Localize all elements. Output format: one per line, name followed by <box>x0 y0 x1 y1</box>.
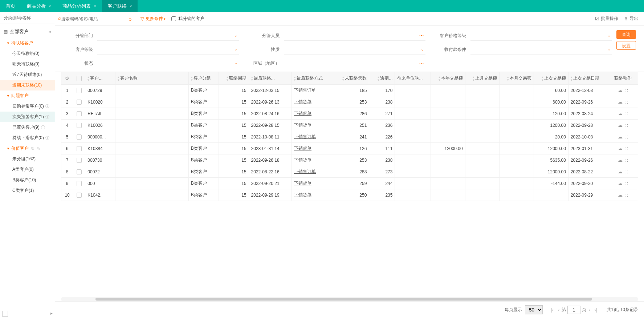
row-checkbox[interactable] <box>77 88 82 93</box>
close-icon[interactable]: × <box>94 4 96 8</box>
row-checkbox[interactable] <box>77 146 82 151</box>
last-method-link[interactable]: 下销货单 <box>294 146 311 151</box>
caret-right-icon[interactable]: ▸ <box>50 311 53 317</box>
filter-nature[interactable]: 性质 ⌄ <box>248 44 425 55</box>
page-input[interactable] <box>567 306 580 314</box>
sidebar-item-b[interactable]: B类客户(10) <box>0 175 55 185</box>
table-row[interactable]: 2K10020B类客户152022-09-26 13:下销货单253238600… <box>61 96 638 108</box>
table-row[interactable]: 9000B类客户152022-09-20 21:下销货单259244-144.0… <box>61 178 638 189</box>
filter-payment[interactable]: 收付款条件 ⌄ <box>434 44 612 55</box>
tab-product-analysis[interactable]: 商品分析× <box>21 0 57 12</box>
last-method-link[interactable]: 下销货单 <box>294 111 311 116</box>
row-checkbox[interactable] <box>77 158 82 163</box>
row-checkbox[interactable] <box>77 169 82 174</box>
qrcode-icon[interactable]: ⸬ <box>625 181 628 186</box>
wechat-icon[interactable]: ☁ <box>618 169 623 174</box>
qrcode-icon[interactable]: ⸬ <box>625 99 628 105</box>
table-row[interactable]: 5000000...B类客户152022-10-08 11:下销售订单24122… <box>61 131 638 143</box>
close-icon[interactable]: × <box>49 4 51 8</box>
sidebar-item-next7[interactable]: 近7天待联络(0) <box>0 69 55 80</box>
wechat-icon[interactable]: ☁ <box>618 99 623 105</box>
sidebar-search-input[interactable] <box>4 15 58 20</box>
qrcode-icon[interactable]: ⸬ <box>625 88 628 93</box>
wechat-icon[interactable]: ☁ <box>618 146 623 151</box>
last-method-link[interactable]: 下销货单 <box>294 122 311 128</box>
qrcode-icon[interactable]: ⸬ <box>625 192 628 198</box>
batch-operation-button[interactable]: ☑ 批量操作 <box>595 16 618 22</box>
more-conditions-button[interactable]: ▽ 更多条件 ▾ <box>140 16 166 22</box>
scrollbar-thumb[interactable] <box>95 298 592 301</box>
wechat-icon[interactable]: ☁ <box>618 181 623 186</box>
help-icon[interactable]: ⓘ <box>41 125 45 130</box>
filter-region[interactable]: 区域（地区） ··· <box>248 58 425 69</box>
close-icon[interactable]: × <box>130 4 132 8</box>
wechat-icon[interactable]: ☁ <box>618 134 623 140</box>
my-customers-checkbox[interactable]: 我分管的客户 <box>171 16 204 22</box>
tree-root-all[interactable]: ▦ 全部客户 « <box>0 25 55 38</box>
filter-status[interactable]: 状态 ⌄ <box>61 58 239 69</box>
tree-group-problem[interactable]: ▼ 问题客户 <box>0 90 55 101</box>
tree-group-pending[interactable]: ▼ 待联络客户 <box>0 38 55 48</box>
last-method-link[interactable]: 下销售订单 <box>294 134 316 139</box>
tab-customer-contact[interactable]: 客户联络× <box>102 0 138 12</box>
wechat-icon[interactable]: ☁ <box>618 88 623 93</box>
sidebar-item-churn-warning[interactable]: 流失预警客户(1)ⓘ <box>0 112 55 122</box>
last-method-link[interactable]: 下销货单 <box>294 99 311 104</box>
table-row[interactable]: 6K10384B类客户152023-01-31 14:下销货单126111120… <box>61 143 638 154</box>
qrcode-icon[interactable]: ⸬ <box>625 111 628 116</box>
row-checkbox[interactable] <box>77 123 82 128</box>
sidebar-item-c[interactable]: C类客户(1) <box>0 185 55 196</box>
wechat-icon[interactable]: ☁ <box>618 111 623 116</box>
help-icon[interactable]: ⓘ <box>45 114 49 120</box>
last-method-link[interactable]: 下销货单 <box>294 181 311 186</box>
filter-department[interactable]: 分管部门 ⌄ <box>61 30 239 41</box>
last-method-link[interactable]: 下销货单 <box>294 157 311 162</box>
next-page-button[interactable]: › <box>588 307 590 313</box>
filter-customer-level[interactable]: 客户等级 ⌄ <box>61 44 239 55</box>
sidebar-item-overdue[interactable]: 逾期未联络(10) <box>0 80 55 90</box>
help-icon[interactable]: ⓘ <box>45 104 49 109</box>
row-checkbox[interactable] <box>77 193 82 198</box>
wechat-icon[interactable]: ☁ <box>618 157 623 163</box>
last-page-button[interactable]: ›| <box>595 307 598 313</box>
qrcode-icon[interactable]: ⸬ <box>625 134 628 140</box>
tab-product-analysis-list[interactable]: 商品分析列表× <box>57 0 102 12</box>
row-checkbox[interactable] <box>77 111 82 116</box>
sidebar-item-a[interactable]: A类客户(0) <box>0 164 55 175</box>
last-method-link[interactable]: 下销货单 <box>294 192 311 197</box>
sidebar-item-repurchase[interactable]: 回购异常客户(0)ⓘ <box>0 101 55 112</box>
last-method-link[interactable]: 下销售订单 <box>294 88 316 93</box>
sidebar-item-tomorrow[interactable]: 明天待联络(0) <box>0 59 55 69</box>
export-button[interactable]: ⇪ 导出 <box>624 16 638 22</box>
horizontal-scrollbar[interactable] <box>61 297 638 301</box>
gear-icon[interactable]: ⚙ <box>65 76 69 81</box>
sidebar-item-ungrouped[interactable]: 未分组(162) <box>0 154 55 164</box>
sidebar-footer-box[interactable] <box>2 311 8 317</box>
table-row[interactable]: 1000729B类客户152022-12-03 15:下销售订单18517060… <box>61 85 638 96</box>
table-row[interactable]: 800072B类客户152022-08-22 16:下销售订单288273120… <box>61 166 638 178</box>
table-row[interactable]: 4K10026B类客户152022-09-28 15:下销货单251236120… <box>61 120 638 131</box>
sidebar-item-today[interactable]: 今天待联络(0) <box>0 48 55 59</box>
row-checkbox[interactable] <box>77 100 82 105</box>
sidebar-item-declining[interactable]: 持续下滑客户(0)ⓘ <box>0 133 55 143</box>
tree-group-value[interactable]: ▼ 价值客户 ↻ ✎ <box>0 143 55 154</box>
qrcode-icon[interactable]: ⸬ <box>625 169 628 174</box>
table-row[interactable]: 7000730B类客户152022-09-26 18:下销货单253238563… <box>61 154 638 166</box>
first-page-button[interactable]: |‹ <box>551 307 554 313</box>
table-row[interactable]: 10K1042.B类客户152022-09-29 19:下销货单25023520… <box>61 189 638 201</box>
wechat-icon[interactable]: ☁ <box>618 122 623 128</box>
my-customers-checkbox-input[interactable] <box>171 16 176 21</box>
per-page-select[interactable]: 50 <box>525 305 543 314</box>
search-input[interactable] <box>61 16 126 21</box>
collapse-icon[interactable]: « <box>48 29 51 35</box>
query-button[interactable]: 查询 <box>616 30 636 39</box>
help-icon[interactable]: ⓘ <box>45 135 49 141</box>
filter-price-level[interactable]: 客户价格等级 ⌄ <box>434 30 612 41</box>
qrcode-icon[interactable]: ⸬ <box>625 157 628 163</box>
qrcode-icon[interactable]: ⸬ <box>625 146 628 151</box>
tab-home[interactable]: 首页 <box>0 0 21 12</box>
settings-button[interactable]: 设置 <box>616 41 636 50</box>
prev-page-button[interactable]: ‹ <box>558 307 559 313</box>
select-all-checkbox[interactable] <box>77 76 82 81</box>
qrcode-icon[interactable]: ⸬ <box>625 122 628 128</box>
